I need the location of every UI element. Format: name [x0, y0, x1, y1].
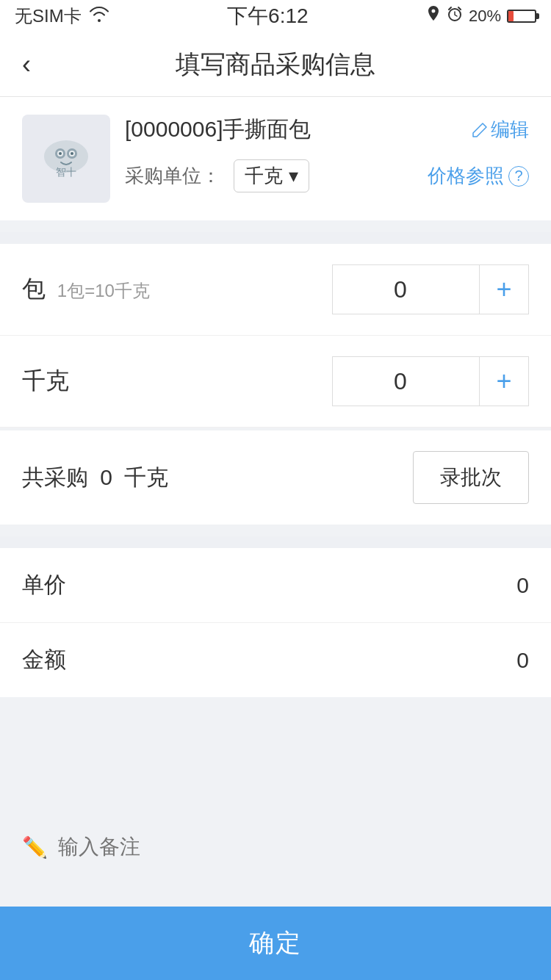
dropdown-icon: ▾	[289, 165, 298, 187]
product-info: [0000006]手撕面包 编辑 采购单位： 千克 ▾ 价格参照 ?	[125, 115, 529, 192]
amount-label: 金额	[22, 645, 66, 675]
unit-price-value: 0	[516, 573, 529, 598]
svg-point-7	[71, 152, 73, 155]
amount-value: 0	[516, 648, 529, 673]
page-title: 填写商品采购信息	[176, 48, 375, 82]
unit-selector-group: 采购单位： 千克 ▾	[125, 159, 309, 192]
status-left: 无SIM卡	[15, 4, 109, 28]
bao-plus-button[interactable]: +	[479, 264, 529, 314]
kg-quantity-input[interactable]	[332, 356, 479, 406]
svg-point-6	[59, 152, 62, 155]
unit-price-label: 单价	[22, 570, 66, 600]
product-name: [0000006]手撕面包	[125, 115, 311, 145]
product-section: 智十 [0000006]手撕面包 编辑 采购单位： 千克 ▾ 价格参照 ?	[0, 97, 551, 220]
status-bar: 无SIM卡 下午6:12 20%	[0, 0, 551, 32]
status-right: 20%	[426, 6, 536, 26]
quantity-section: 包 1包=10千克 + 千克 +	[0, 244, 551, 428]
unit-price-row: 单价 0	[0, 548, 551, 623]
unit-label: 采购单位：	[125, 165, 220, 187]
remark-input[interactable]	[58, 835, 529, 859]
status-time: 下午6:12	[227, 2, 309, 30]
divider-band-1	[0, 232, 551, 244]
amount-row: 金额 0	[0, 623, 551, 697]
bao-quantity-input[interactable]	[332, 264, 479, 314]
qty-row-bao: 包 1包=10千克 +	[0, 244, 551, 336]
product-unit-row: 采购单位： 千克 ▾ 价格参照 ?	[125, 159, 529, 192]
alarm-icon	[447, 6, 463, 26]
qty-label-bao: 包 1包=10千克	[22, 273, 150, 306]
divider-band-2	[0, 536, 551, 548]
total-text: 共采购 0 千克	[22, 463, 168, 493]
qty-input-wrap-bao: +	[332, 264, 529, 314]
qty-row-kg: 千克 +	[0, 336, 551, 428]
qty-label-kg: 千克	[22, 365, 69, 397]
product-top-row: [0000006]手撕面包 编辑	[125, 115, 529, 145]
product-logo: 智十	[40, 134, 92, 183]
product-thumbnail: 智十	[22, 115, 110, 203]
svg-text:智十: 智十	[56, 166, 76, 178]
record-batch-button[interactable]: 录批次	[413, 451, 529, 504]
carrier-label: 无SIM卡	[15, 4, 82, 28]
qty-input-wrap-kg: +	[332, 356, 529, 406]
battery-icon	[507, 10, 536, 23]
nav-bar: ‹ 填写商品采购信息	[0, 32, 551, 97]
price-section: 单价 0 金额 0	[0, 548, 551, 697]
unit-value: 千克	[245, 163, 283, 189]
total-section: 共采购 0 千克 录批次	[0, 430, 551, 525]
info-icon: ?	[508, 166, 529, 187]
pencil-icon: ✏️	[22, 835, 48, 860]
wifi-icon	[89, 6, 109, 26]
kg-plus-button[interactable]: +	[479, 356, 529, 406]
battery-percent: 20%	[469, 7, 501, 26]
edit-button[interactable]: 编辑	[472, 117, 529, 143]
location-icon	[426, 6, 441, 26]
price-reference-button[interactable]: 价格参照 ?	[428, 163, 529, 189]
back-button[interactable]: ‹	[22, 49, 31, 80]
confirm-button[interactable]: 确定	[0, 907, 551, 980]
unit-select[interactable]: 千克 ▾	[234, 159, 309, 192]
